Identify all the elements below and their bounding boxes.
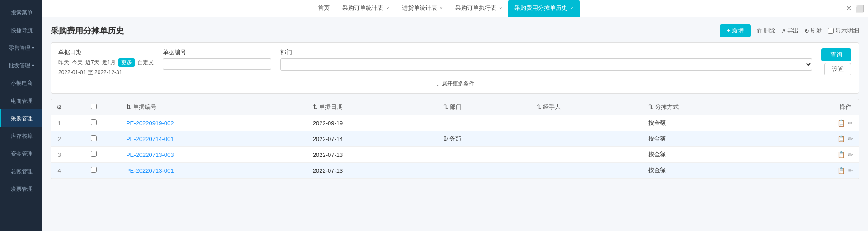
- table-row: 2 PE-20220714-001 2022-07-14 财务部 按金额 📋 ✏: [51, 131, 859, 147]
- maximize-icon[interactable]: ⬜: [855, 4, 864, 13]
- edit-icon[interactable]: ✏: [848, 119, 853, 127]
- tab-close-purchase-exec[interactable]: ×: [499, 5, 502, 11]
- date-shortcut-4[interactable]: 更多: [118, 58, 135, 67]
- docnum-link[interactable]: PE-20220713-003: [126, 151, 174, 158]
- sidebar-item-invoice[interactable]: 发票管理: [0, 180, 42, 198]
- cell-action: 📋 ✏: [774, 115, 859, 131]
- sidebar-item-shortcut[interactable]: 快捷导航: [0, 21, 42, 39]
- cell-check: [67, 163, 121, 179]
- docnum-input[interactable]: [163, 58, 271, 70]
- refresh-button[interactable]: ↻ 刷新: [804, 27, 822, 35]
- date-shortcut-0[interactable]: 昨天: [58, 59, 69, 66]
- sidebar-item-search[interactable]: 搜索菜单: [0, 4, 42, 21]
- table-row: 3 PE-20220713-003 2022-07-13 按金额 📋 ✏: [51, 147, 859, 163]
- sidebar-label-purchase: 采购管理: [3, 115, 40, 123]
- cell-docnum: PE-20220713-003: [121, 147, 307, 163]
- tab-label-purchase-exec: 采购订单执行表: [455, 4, 496, 12]
- sidebar: 搜索菜单快捷导航零售管理 ▾批发管理 ▾小畅电商电商管理采购管理库存核算资金管理…: [0, 0, 42, 231]
- settings-button[interactable]: 设置: [824, 63, 851, 75]
- edit-icon[interactable]: ✏: [848, 135, 853, 142]
- sidebar-item-wholesale[interactable]: 批发管理 ▾: [0, 57, 42, 74]
- edit-icon[interactable]: ✏: [848, 167, 853, 174]
- expand-more-row: ⌄ 展开更多条件: [58, 80, 851, 88]
- cell-docnum: PE-20220919-002: [121, 115, 307, 131]
- cell-rownum: 2: [51, 131, 67, 147]
- data-table: ⚙ ⇅ 单据编号 ⇅ 单据日期 ⇅ 部门 ⇅ 经手人 ⇅ 分摊方式 操作 1 P…: [51, 99, 859, 179]
- export-icon: ↗: [781, 28, 786, 34]
- docnum-link[interactable]: PE-20220919-002: [126, 120, 174, 127]
- cell-splitmethod: 按金额: [643, 131, 774, 147]
- cell-action: 📋 ✏: [774, 147, 859, 163]
- cell-docnum: PE-20220714-001: [121, 131, 307, 147]
- sidebar-item-inventory[interactable]: 库存核算: [0, 127, 42, 145]
- sort-icon: ⇅: [537, 104, 542, 110]
- tab-home[interactable]: 首页: [311, 0, 336, 17]
- delete-icon: 🗑: [756, 28, 762, 34]
- tab-close-purchase-stats[interactable]: ×: [386, 5, 389, 11]
- row-checkbox[interactable]: [91, 119, 97, 125]
- cell-check: [67, 115, 121, 131]
- table-row: 4 PE-20220713-001 2022-07-13 按金额 📋 ✏: [51, 163, 859, 179]
- docnum-link[interactable]: PE-20220714-001: [126, 136, 174, 142]
- sidebar-item-retail[interactable]: 零售管理 ▾: [0, 39, 42, 57]
- sidebar-item-purchase[interactable]: 采购管理: [0, 109, 42, 127]
- date-shortcut-1[interactable]: 今天: [72, 59, 83, 66]
- tab-inbound-stats[interactable]: 进货单统计表 ×: [396, 0, 449, 17]
- date-shortcut-2[interactable]: 近7天: [85, 59, 99, 66]
- view-icon[interactable]: 📋: [837, 151, 845, 158]
- cell-dept: [438, 163, 531, 179]
- table-header: ⚙ ⇅ 单据编号 ⇅ 单据日期 ⇅ 部门 ⇅ 经手人 ⇅ 分摊方式 操作: [51, 99, 859, 115]
- delete-button[interactable]: 🗑 删除: [756, 27, 775, 35]
- cell-splitmethod: 按金额: [643, 163, 774, 179]
- row-checkbox[interactable]: [91, 135, 97, 141]
- query-button[interactable]: 查询: [821, 48, 851, 61]
- show-columns-toggle[interactable]: 显示明细: [828, 27, 859, 35]
- sidebar-label-finance: 资金管理: [3, 150, 40, 158]
- select-all-checkbox[interactable]: [91, 104, 97, 109]
- cell-docdate: 2022-07-13: [307, 163, 438, 179]
- sidebar-label-retail: 零售管理 ▾: [3, 44, 40, 52]
- cell-handler: [531, 115, 643, 131]
- edit-icon[interactable]: ✏: [848, 151, 853, 158]
- sort-icon: ⇅: [648, 104, 653, 110]
- date-shortcut-5[interactable]: 自定义: [137, 59, 154, 66]
- dept-filter-group: 部门: [280, 48, 812, 71]
- cell-docdate: 2022-07-13: [307, 147, 438, 163]
- date-shortcut-3[interactable]: 近1月: [102, 59, 116, 66]
- col-check: [67, 99, 121, 115]
- cell-action: 📋 ✏: [774, 163, 859, 179]
- row-checkbox[interactable]: [91, 167, 97, 173]
- tab-bar: 首页采购订单统计表 ×进货单统计表 ×采购订单执行表 ×采购费用分摊单历史 × …: [42, 0, 868, 17]
- show-columns-checkbox[interactable]: [828, 28, 834, 34]
- view-icon[interactable]: 📋: [837, 135, 845, 142]
- cell-dept: 财务部: [438, 131, 531, 147]
- view-icon[interactable]: 📋: [837, 167, 845, 174]
- tab-purchase-exec[interactable]: 采购订单执行表 ×: [449, 0, 508, 17]
- cell-handler: [531, 163, 643, 179]
- tab-cost-history[interactable]: 采购费用分摊单历史 ×: [508, 0, 579, 17]
- col-docdate: ⇅ 单据日期: [307, 99, 438, 115]
- close-tab-icon[interactable]: ✕: [846, 4, 852, 13]
- dept-select[interactable]: [280, 58, 812, 71]
- sidebar-item-mini[interactable]: 小畅电商: [0, 74, 42, 92]
- sidebar-label-ledger: 总账管理: [3, 168, 40, 175]
- sidebar-item-ledger[interactable]: 总账管理: [0, 162, 42, 180]
- date-filter-group: 单据日期 昨天今天近7天近1月更多自定义 2022-01-01 至 2022-1…: [58, 48, 154, 76]
- dept-label: 部门: [280, 48, 812, 57]
- col-settings[interactable]: ⚙: [51, 99, 67, 115]
- tab-close-cost-history[interactable]: ×: [570, 5, 573, 11]
- sidebar-item-finance[interactable]: 资金管理: [0, 145, 42, 162]
- sidebar-item-ecommerce[interactable]: 电商管理: [0, 92, 42, 109]
- tab-purchase-stats[interactable]: 采购订单统计表 ×: [336, 0, 395, 17]
- add-button[interactable]: + 新增: [720, 24, 751, 37]
- col-dept: ⇅ 部门: [438, 99, 531, 115]
- view-icon[interactable]: 📋: [837, 119, 845, 127]
- export-button[interactable]: ↗ 导出: [781, 27, 799, 35]
- sidebar-label-wholesale: 批发管理 ▾: [3, 62, 40, 70]
- docnum-link[interactable]: PE-20220713-001: [126, 167, 174, 174]
- expand-button[interactable]: ⌄ 展开更多条件: [435, 80, 474, 88]
- sidebar-label-ecommerce: 电商管理: [3, 97, 40, 105]
- row-checkbox[interactable]: [91, 151, 97, 157]
- tab-close-inbound-stats[interactable]: ×: [440, 5, 443, 11]
- filter-row: 单据日期 昨天今天近7天近1月更多自定义 2022-01-01 至 2022-1…: [58, 48, 851, 76]
